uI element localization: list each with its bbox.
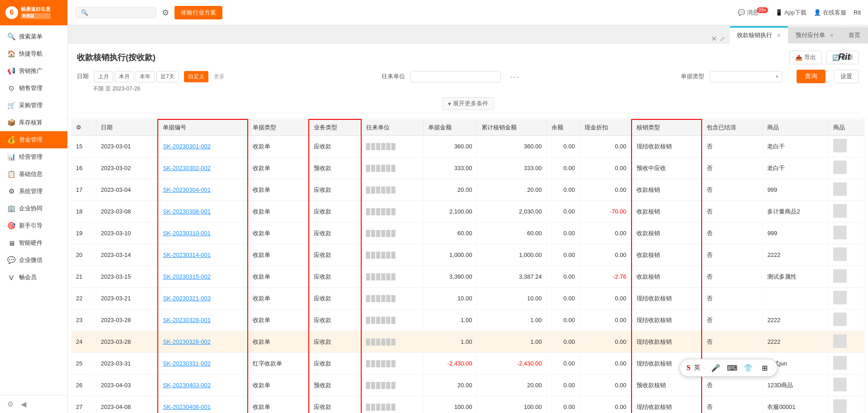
sidebar-item-hardware[interactable]: 🖥智能硬件 [0, 234, 67, 252]
sidebar-item-shortcuts[interactable]: 🏠快捷导航 [0, 45, 67, 62]
setting-button[interactable]: 设置 [834, 70, 859, 83]
tab-close-collection[interactable]: ✕ [777, 33, 781, 38]
cell-7: 100.00 [477, 396, 547, 413]
sidebar-item-guide[interactable]: 🎯新手引导 [0, 217, 67, 234]
cell-2[interactable]: SK-20230310-001 [158, 223, 248, 244]
doc-link[interactable]: SK-20230403-002 [163, 382, 211, 389]
sidebar-label-basic: 基础信息 [19, 170, 42, 178]
shortcuts-icon: 🏠 [7, 50, 15, 58]
doc-link[interactable]: SK-20230315-002 [163, 273, 211, 280]
message-btn[interactable]: 💬 消息 99+ [738, 9, 768, 17]
cell-9: 0.00 [580, 223, 631, 244]
date-btn-本年[interactable]: 本年 [136, 71, 155, 82]
sidebar-item-weixin[interactable]: 💬企业微信 [0, 252, 67, 269]
partner-input[interactable] [410, 71, 501, 82]
cell-2[interactable]: SK-20230315-002 [158, 266, 248, 288]
custom-date-button[interactable]: 自定义 [184, 71, 208, 82]
rit-watermark: Rit [838, 52, 850, 62]
doc-link[interactable]: SK-20230408-001 [163, 404, 211, 410]
cell-2[interactable]: SK-20230328-002 [158, 331, 248, 353]
cell-8: 0.00 [547, 353, 580, 375]
sidebar-item-enterprise[interactable]: 🏢企业协同 [0, 200, 67, 217]
cell-2[interactable]: SK-20230302-002 [158, 157, 248, 179]
cell-2[interactable]: SK-20230321-003 [158, 288, 248, 309]
sidebar-item-marketing[interactable]: 📢营销推广 [0, 62, 67, 80]
expand-conditions-button[interactable]: ▾ 展开更多条件 [442, 97, 494, 110]
doc-link[interactable]: SK-20230310-001 [163, 230, 211, 237]
sidebar-item-search[interactable]: 🔍搜索菜单 [0, 28, 67, 45]
doc-link[interactable]: SK-20230328-001 [163, 317, 211, 323]
cell-2[interactable]: SK-20230301-002 [158, 136, 248, 157]
doc-link[interactable]: SK-20230302-002 [163, 165, 211, 171]
sidebar-item-system[interactable]: ⚙系统管理 [0, 183, 67, 200]
sogou-lang-btn[interactable]: 英 [694, 364, 700, 372]
topbar: 🔍 ⚙ 体验行业方案 💬 消息 99+ 📱 App下载 👤 在线客服 Rit [68, 0, 868, 25]
sogou-tools-icon[interactable]: ⊞ [758, 361, 771, 374]
cell-2[interactable]: SK-20230408-001 [158, 396, 248, 413]
cell-0: 26 [71, 375, 96, 396]
tab-prepay[interactable]: 预付应付单✕ [788, 27, 841, 43]
tab-collection[interactable]: 收款核销执行✕ [730, 26, 788, 43]
date-btn-近7天[interactable]: 近7天 [156, 71, 179, 82]
cell-0: 16 [71, 157, 96, 179]
tabbar: 收款核销执行✕预付应付单✕首页 ✕⤢ [68, 25, 868, 43]
date-filter-label: 日期 [77, 72, 89, 81]
cell-4: 预收款 [309, 157, 361, 179]
sidebar-label-shortcuts: 快捷导航 [19, 50, 42, 58]
topbar-gear-icon[interactable]: ⚙ [162, 8, 169, 18]
date-btn-本月[interactable]: 本月 [115, 71, 134, 82]
doc-link[interactable]: SK-20230304-001 [163, 186, 211, 193]
app-download-btn[interactable]: 📱 App下载 [775, 9, 807, 17]
query-button[interactable]: 查询 [797, 70, 826, 83]
doc-link[interactable]: SK-20230308-001 [163, 208, 211, 215]
product-image [833, 291, 847, 304]
online-service-btn[interactable]: 👤 在线客服 [814, 9, 846, 17]
doc-link[interactable]: SK-20230314-001 [163, 252, 211, 258]
doc-link[interactable]: SK-20230331-002 [163, 360, 211, 367]
doc-link[interactable]: SK-20230321-003 [163, 295, 211, 302]
product-image [833, 204, 847, 218]
doc-link[interactable]: SK-20230301-002 [163, 143, 211, 150]
cell-2[interactable]: SK-20230328-001 [158, 309, 248, 331]
doc-type-select-wrap [710, 71, 782, 82]
sidebar-collapse-icon[interactable]: ◀ [21, 400, 26, 408]
doc-type-select[interactable] [710, 71, 782, 82]
tab-close-prepay[interactable]: ✕ [830, 33, 834, 38]
window-close-icon[interactable]: ✕ [711, 34, 717, 43]
export-button[interactable]: 📤 导出 [789, 51, 822, 64]
cell-3: 收款单 [248, 288, 309, 309]
cell-2[interactable]: SK-20230314-001 [158, 244, 248, 266]
solution-button[interactable]: 体验行业方案 [175, 6, 222, 19]
tab-home[interactable]: 首页 [841, 27, 868, 43]
topbar-search-box[interactable]: 🔍 [75, 7, 156, 18]
sidebar-item-sales[interactable]: ⊙销售管理 [0, 80, 67, 97]
cell-13 [828, 331, 864, 353]
col-header-9: 现金折扣 [580, 119, 631, 136]
sidebar-item-operation[interactable]: 📊经营管理 [0, 148, 67, 166]
sogou-mic-icon[interactable]: 🎤 [709, 361, 722, 374]
cell-2[interactable]: SK-20230331-002 [158, 353, 248, 375]
date-btn-上月[interactable]: 上月 [94, 71, 113, 82]
sidebar-item-basic[interactable]: 📋基础信息 [0, 166, 67, 183]
cell-5: ██████ [361, 244, 424, 266]
table-row: 272023-04-08SK-20230408-001收款单应收款██████1… [71, 396, 864, 413]
sidebar-settings-icon[interactable]: ⚙ [7, 400, 14, 408]
table-row: 162023-03-02SK-20230302-002收款单预收款██████3… [71, 157, 864, 179]
sidebar-item-inventory[interactable]: 📦库存核算 [0, 114, 67, 131]
sogou-keyboard-icon[interactable]: ⌨ [726, 361, 738, 374]
cell-2[interactable]: SK-20230403-002 [158, 375, 248, 396]
col-header-4: 业务类型 [309, 119, 361, 136]
cell-10: 收款核销 [632, 223, 702, 244]
cell-2[interactable]: SK-20230308-001 [158, 201, 248, 223]
sidebar-item-member[interactable]: V畅会员 [0, 269, 67, 286]
sidebar-item-finance[interactable]: 💰资金管理 [0, 131, 67, 148]
cell-1: 2023-03-31 [96, 353, 158, 375]
window-expand-icon[interactable]: ⤢ [720, 35, 725, 43]
doc-link[interactable]: SK-20230328-002 [163, 338, 211, 345]
mobile-icon: 📱 [775, 9, 783, 16]
sogou-skin-icon[interactable]: 👕 [742, 361, 755, 374]
sidebar-item-purchase[interactable]: 🛒采购管理 [0, 97, 67, 114]
col-settings-icon[interactable]: ⚙ [76, 124, 81, 131]
cell-8: 0.00 [547, 157, 580, 179]
cell-2[interactable]: SK-20230304-001 [158, 179, 248, 201]
